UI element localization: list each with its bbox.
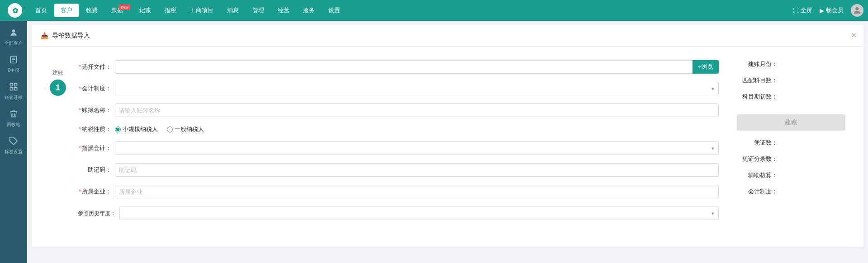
info-period-init-label: 科目期初数：	[737, 93, 778, 101]
nav-item-message[interactable]: 消息	[221, 4, 245, 17]
account-name-row: *账簿名称：	[75, 103, 719, 117]
accounting-system-select[interactable]	[115, 82, 719, 95]
file-input[interactable]	[115, 60, 693, 74]
step-indicator: 建账 1	[50, 60, 66, 228]
history-year-row: 参照历史年度： ▼	[75, 207, 719, 220]
info-accounting-sys-label: 会计制度：	[737, 188, 778, 196]
info-section: 建账月份： 匹配科目数： 科目期初数： 建账	[737, 60, 845, 228]
svg-point-1	[12, 29, 15, 33]
nav-item-manage[interactable]: 管理	[246, 4, 270, 17]
file-input-group: +浏览	[115, 60, 719, 74]
info-month-label: 建账月份：	[737, 60, 778, 68]
nav-item-ledger[interactable]: 记账	[133, 4, 157, 17]
sidebar-item-recycle[interactable]: 回收站	[0, 106, 27, 131]
required-star: *	[79, 63, 81, 70]
info-match-row: 匹配科目数：	[737, 76, 845, 85]
panel-title-icon: 📥	[41, 32, 48, 39]
company-row: *所属企业：	[75, 185, 719, 198]
info-voucher-entries-row: 凭证分录数：	[737, 155, 845, 163]
logo-icon: ✿	[8, 3, 22, 18]
tax-type-row: *纳税性质： 小规模纳税人 一般纳税人	[75, 125, 719, 133]
accounting-system-row: *会计制度： ▼	[75, 82, 719, 95]
create-account-button[interactable]: 建账	[737, 114, 845, 131]
radio-small-input[interactable]	[115, 127, 121, 132]
info-voucher-label: 凭证数：	[737, 139, 778, 147]
account-name-input[interactable]	[115, 103, 719, 117]
company-input[interactable]	[115, 185, 719, 198]
panel-header: 📥 导爷数据导入 ×	[32, 25, 863, 47]
radio-small-taxpayer[interactable]: 小规模纳税人	[115, 125, 158, 133]
account-migrate-icon	[9, 82, 18, 94]
required-star-3: *	[79, 107, 81, 113]
radio-general-taxpayer[interactable]: 一般纳税人	[167, 125, 204, 133]
assign-accountant-row: *指派会计： ▼	[75, 141, 719, 155]
nav-item-operation[interactable]: 经营	[271, 4, 296, 17]
nav-right: ⛶ 全屏 ▶ 畅会员	[793, 4, 863, 17]
nav-item-customer[interactable]: 客户	[54, 4, 79, 17]
main-layout: 全部客户 0申报 账套迁移 回收站 标签设置	[0, 21, 868, 263]
svg-rect-6	[10, 84, 13, 86]
fullscreen-btn[interactable]: ⛶ 全屏	[793, 6, 812, 14]
sidebar: 全部客户 0申报 账套迁移 回收站 标签设置	[0, 21, 27, 263]
invoice-badge: new	[119, 5, 130, 10]
step-label: 建账	[52, 69, 63, 77]
info-aux-calc-label: 辅助核算：	[737, 171, 778, 179]
main-panel: 📥 导爷数据导入 × 建账 1	[32, 25, 863, 247]
accounting-system-label: *会计制度：	[75, 85, 111, 93]
history-year-label: 参照历史年度：	[75, 210, 116, 217]
tag-settings-icon	[9, 136, 18, 148]
sidebar-item-account-migrate[interactable]: 账套迁移	[0, 79, 27, 104]
history-year-select[interactable]	[119, 207, 719, 220]
nav-item-tax[interactable]: 报税	[158, 4, 183, 17]
info-match-label: 匹配科目数：	[737, 76, 778, 85]
panel-close-btn[interactable]: ×	[851, 31, 856, 40]
fullscreen-icon: ⛶	[793, 7, 799, 14]
assign-accountant-select-wrapper: ▼	[115, 141, 719, 155]
browse-button[interactable]: +浏览	[693, 60, 719, 74]
svg-rect-8	[10, 88, 13, 90]
member-label: 畅会员	[826, 6, 844, 14]
svg-rect-7	[14, 84, 17, 86]
sidebar-label-all-customers: 全部客户	[5, 41, 23, 46]
fullscreen-label: 全屏	[801, 6, 812, 14]
nav-item-industry[interactable]: 工商项目	[184, 4, 220, 17]
required-star-2: *	[79, 85, 81, 92]
sidebar-label-recycle: 回收站	[7, 122, 20, 127]
tax-type-label: *纳税性质：	[75, 125, 111, 133]
user-avatar[interactable]	[851, 4, 863, 17]
sidebar-item-all-customers[interactable]: 全部客户	[0, 24, 27, 50]
video-icon: ▶	[820, 7, 824, 14]
history-year-select-wrapper: ▼	[119, 207, 719, 220]
sidebar-item-declare[interactable]: 0申报	[0, 52, 27, 77]
panel-body: 建账 1 *选择文件： +浏览	[32, 47, 863, 242]
form-section: 建账 1 *选择文件： +浏览	[50, 60, 719, 228]
svg-point-0	[855, 7, 859, 10]
select-file-label: *选择文件：	[75, 63, 111, 71]
sidebar-item-tag-settings[interactable]: 标签设置	[0, 133, 27, 158]
memo-input[interactable]	[115, 163, 719, 177]
nav-item-service[interactable]: 服务	[297, 4, 321, 17]
sidebar-label-declare: 0申报	[8, 68, 19, 73]
top-nav: ✿ 首页 客户 收费 票据 new 记账 报税 工商项目 消息 管理 经营 服务…	[0, 0, 868, 21]
panel-title: 导爷数据导入	[52, 32, 90, 40]
nav-item-invoice[interactable]: 票据 new	[105, 4, 132, 17]
memo-label: 助记码：	[75, 166, 111, 174]
memo-row: 助记码：	[75, 163, 719, 177]
required-star-4: *	[79, 126, 81, 132]
info-month-row: 建账月份：	[737, 60, 845, 68]
account-name-label: *账簿名称：	[75, 106, 111, 114]
radio-small-label: 小规模纳税人	[123, 125, 158, 133]
required-star-6: *	[79, 188, 81, 195]
info-voucher-row: 凭证数：	[737, 139, 845, 147]
sidebar-label-account-migrate: 账套迁移	[5, 95, 23, 100]
member-btn[interactable]: ▶ 畅会员	[820, 6, 844, 14]
nav-item-billing[interactable]: 收费	[80, 4, 104, 17]
company-label: *所属企业：	[75, 188, 111, 196]
assign-accountant-select[interactable]	[115, 141, 719, 155]
nav-item-settings[interactable]: 设置	[322, 4, 346, 17]
nav-item-home[interactable]: 首页	[29, 4, 53, 17]
info-voucher-entries-label: 凭证分录数：	[737, 155, 778, 163]
nav-items: 首页 客户 收费 票据 new 记账 报税 工商项目 消息 管理 经营 服务 设…	[29, 4, 793, 17]
step-circle: 1	[50, 80, 66, 96]
radio-general-input[interactable]	[167, 127, 173, 132]
